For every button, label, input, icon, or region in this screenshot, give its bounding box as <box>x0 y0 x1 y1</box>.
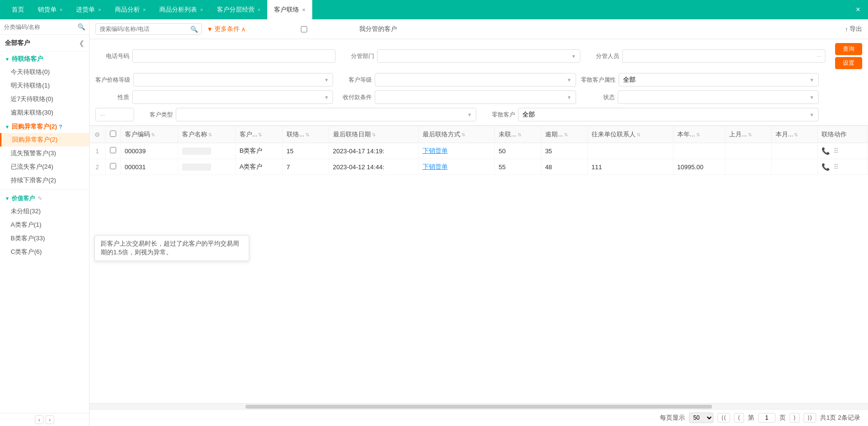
field-dept: 分管部门 ▼ <box>340 49 580 63</box>
person-input[interactable]: ··· <box>622 49 825 63</box>
first-page-btn[interactable]: ⟨⟨ <box>717 413 730 423</box>
search-input[interactable] <box>95 23 202 35</box>
close-contact-tab[interactable]: × <box>302 7 305 13</box>
prev-page-btn[interactable]: ⟨ <box>734 413 744 423</box>
sidebar-search-box[interactable]: 🔍 <box>0 19 89 35</box>
close-segment-tab[interactable]: × <box>258 7 260 13</box>
dept-dropdown[interactable]: ▼ <box>377 49 580 63</box>
sidebar-item-declining[interactable]: 持续下滑客户(2) <box>0 174 89 187</box>
sidebar-item-churn-warning[interactable]: 流失预警客户(3) <box>0 147 89 160</box>
sort-icon-type[interactable]: ⇅ <box>258 132 262 137</box>
nature-dropdown[interactable]: ▼ <box>132 90 333 104</box>
my-customers-checkbox[interactable] <box>251 26 357 32</box>
row1-checkbox[interactable] <box>110 147 116 153</box>
last-page-btn[interactable]: ⟩⟩ <box>804 413 816 423</box>
sidebar-search-input[interactable] <box>4 24 77 30</box>
retail-attr-dropdown[interactable]: 全部 ▼ <box>619 73 819 87</box>
sidebar-item-churned[interactable]: 已流失客户(24) <box>0 160 89 174</box>
row1-method-link[interactable]: 下销货单 <box>423 147 448 154</box>
row1-call-icon[interactable]: 📞 <box>822 147 830 155</box>
next-page-btn[interactable]: ⟩ <box>790 413 800 423</box>
sidebar-prev-btn[interactable]: ‹ <box>35 415 44 424</box>
nav-analysis-list[interactable]: 商品分析列表 × <box>152 0 210 19</box>
status-dropdown[interactable]: ▼ <box>618 90 819 104</box>
sidebar-next-btn[interactable]: › <box>46 415 54 424</box>
row1-checkbox-cell[interactable] <box>105 143 121 159</box>
sidebar-item-tomorrow[interactable]: 明天待联络(1) <box>0 79 89 92</box>
close-purchase-tab[interactable]: × <box>98 7 101 13</box>
export-btn[interactable]: ↑ 导出 <box>845 25 863 33</box>
row2-method-link[interactable]: 下销货单 <box>423 163 448 170</box>
nav-analysis[interactable]: 商品分析 × <box>108 0 152 19</box>
select-all-checkbox[interactable] <box>110 131 116 137</box>
sidebar-item-class-c[interactable]: C类客户(6) <box>0 245 89 259</box>
sidebar-item-today[interactable]: 今天待联络(0) <box>0 65 89 79</box>
nav-home[interactable]: 首页 <box>5 0 31 19</box>
group-repurchase-anomaly[interactable]: ▼ 回购异常客户(2) ? <box>0 119 89 133</box>
retail-customer-dropdown[interactable]: 全部 ▼ <box>518 108 819 121</box>
anomaly-help-icon[interactable]: ? <box>59 124 62 130</box>
nav-sales[interactable]: 销货单 × <box>31 0 69 19</box>
row1-this-month <box>771 143 818 159</box>
payment-dropdown[interactable]: ▼ <box>375 90 576 104</box>
horizontal-scrollbar[interactable] <box>90 403 868 409</box>
nav-purchase[interactable]: 进货单 × <box>69 0 107 19</box>
current-page-input[interactable] <box>758 413 776 423</box>
row2-checkbox[interactable] <box>110 163 116 169</box>
sort-icon-name[interactable]: ⇅ <box>208 132 212 137</box>
per-page-select[interactable]: 50 100 200 <box>689 412 714 423</box>
settings-button[interactable]: 设置 <box>835 57 862 69</box>
sort-icon-overdue[interactable]: ⇅ <box>564 132 568 137</box>
group-pending-contact[interactable]: ▼ 待联络客户 <box>0 52 89 65</box>
sort-icon-tmonth[interactable]: ⇅ <box>794 132 798 137</box>
sidebar-item-7days[interactable]: 近7天待联络(0) <box>0 92 89 106</box>
group-value-customers[interactable]: ▼ 价值客户 ✎ <box>0 191 89 205</box>
all-customers-header[interactable]: 全部客户 ❮ <box>0 35 89 52</box>
sort-icon-lmonth[interactable]: ⇅ <box>748 132 752 137</box>
scrollbar-thumb[interactable] <box>245 405 713 409</box>
sort-icon-contact[interactable]: ⇅ <box>305 132 309 137</box>
query-button[interactable]: 查询 <box>835 43 862 55</box>
col-settings[interactable]: ⚙ <box>90 126 105 143</box>
sort-icon-method[interactable]: ⇅ <box>461 132 465 137</box>
sort-icon-person[interactable]: ⇅ <box>637 132 640 137</box>
sidebar-item-class-b[interactable]: B类客户(33) <box>0 232 89 245</box>
customer-type-dropdown[interactable]: ▼ <box>176 108 476 121</box>
table-row: 2 000031 A类客户 7 2023-04-12 14:44: 下销货 <box>90 159 868 175</box>
row2-call-icon[interactable]: 📞 <box>822 163 830 171</box>
more-conditions-btn[interactable]: ▼ 更多条件 ∧ <box>207 25 246 33</box>
col-last-date: 最后联络日期⇅ <box>329 126 418 143</box>
row2-last-method[interactable]: 下销货单 <box>418 159 495 175</box>
sort-icon-year[interactable]: ⇅ <box>696 132 700 137</box>
row2-more-icon[interactable]: ⠿ <box>834 163 838 171</box>
row1-contact-person <box>587 143 673 159</box>
sidebar-item-ungrouped[interactable]: 未分组(32) <box>0 205 89 218</box>
sort-icon-date[interactable]: ⇅ <box>372 132 376 137</box>
close-window-btn[interactable]: × <box>856 5 860 14</box>
close-sales-tab[interactable]: × <box>60 7 62 13</box>
close-analysis-list-tab[interactable]: × <box>200 7 203 13</box>
nav-customer-contact[interactable]: 客户联络 × <box>267 0 312 19</box>
customer-table-area[interactable]: ⚙ 客户编码⇅ 客户名称⇅ 客户...⇅ <box>90 126 868 403</box>
customer-grade-dropdown[interactable]: ▼ <box>375 73 576 87</box>
sidebar-item-overdue-contact[interactable]: 逾期未联络(30) <box>0 106 89 119</box>
price-grade-dropdown[interactable]: ▼ <box>133 73 333 87</box>
my-customers-checkbox-label[interactable]: 我分管的客户 <box>251 25 397 33</box>
sidebar-item-repurchase-active[interactable]: 回购异常客户(2) <box>0 133 89 147</box>
nav-customer-segment[interactable]: 客户分层经营 × <box>210 0 267 19</box>
filter-row-2: 客户价格等级 ▼ 客户等级 ▼ 零散客户属性 全部 <box>95 73 862 87</box>
row1-more-icon[interactable]: ⠿ <box>834 147 838 155</box>
customer-type-arrow-icon: ▼ <box>467 112 472 118</box>
sort-icon-uncontacted[interactable]: ⇅ <box>518 132 521 137</box>
person-ellipsis-icon: ··· <box>817 54 821 59</box>
phone-input[interactable] <box>132 49 335 63</box>
sort-icon-code[interactable]: ⇅ <box>151 132 155 137</box>
row2-checkbox-cell[interactable] <box>105 159 121 175</box>
sidebar-item-class-a[interactable]: A类客户(1) <box>0 218 89 232</box>
row1-last-method[interactable]: 下销货单 <box>418 143 495 159</box>
left-sidebar: 🔍 全部客户 ❮ ▼ 待联络客户 今天待联络(0) 明天待联络(1) 近7天待联… <box>0 19 90 426</box>
collapse-icon[interactable]: ❮ <box>79 40 84 47</box>
close-analysis-tab[interactable]: × <box>143 7 146 13</box>
edit-groups-icon[interactable]: ✎ <box>38 195 42 202</box>
more-fields-btn[interactable]: ··· <box>95 108 134 121</box>
